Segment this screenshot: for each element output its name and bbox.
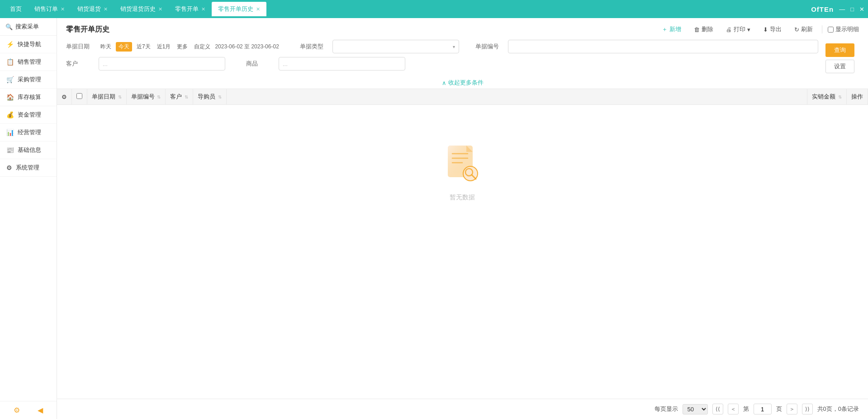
goods-input[interactable]: ... [279, 57, 405, 71]
table-header: ⚙ 单据日期 ⇅ 单据编号 ⇅ [57, 89, 868, 105]
col-salesperson-sort[interactable]: ⇅ [218, 94, 222, 99]
basic-info-icon: 📰 [6, 146, 14, 154]
query-button[interactable]: 查询 [825, 43, 854, 57]
col-customer-label: 客户 [170, 93, 182, 100]
collapse-row: ∧ 收起更多条件 [66, 77, 859, 89]
display-detail-checkbox-label[interactable]: 显示明细 [828, 25, 859, 33]
toolbar-divider [822, 25, 822, 33]
col-customer-sort[interactable]: ⇅ [185, 94, 188, 99]
tab-sales-return-history-label: 销货退货历史 [120, 5, 156, 13]
prev-page-btn[interactable]: ＜ [728, 404, 739, 414]
col-checkbox[interactable] [72, 89, 87, 105]
col-customer: 客户 ⇅ [166, 89, 193, 105]
tab-sales-return[interactable]: 销货退货 ✕ [71, 2, 114, 16]
col-gear[interactable]: ⚙ [57, 89, 72, 105]
export-button[interactable]: ⬇ 导出 [759, 24, 785, 35]
sidebar-item-finance[interactable]: 💰 资金管理 [0, 106, 57, 124]
window-close[interactable]: ✕ [859, 6, 864, 13]
tab-sales-return-close[interactable]: ✕ [104, 6, 108, 12]
tab-home[interactable]: 首页 [4, 2, 28, 16]
col-number-label: 单据编号 [131, 93, 155, 100]
date-btn-yesterday[interactable]: 昨天 [99, 42, 113, 52]
date-btn-today[interactable]: 今天 [116, 42, 132, 52]
content-area: 零售开单历史 ＋ 新增 🗑 删除 🖨 打印 ▾ [57, 18, 868, 419]
sales-mgmt-icon: 📋 [6, 58, 14, 66]
delete-button[interactable]: 🗑 删除 [690, 24, 717, 35]
page-suffix-label: 页 [776, 405, 782, 413]
print-button[interactable]: 🖨 打印 ▾ [722, 24, 754, 35]
tab-retail-open-label: 零售开单 [175, 5, 199, 13]
sidebar: 🔍 搜索采单 ⚡ 快捷导航 📋 销售管理 🛒 采购管理 🏠 库存核算 💰 资金管… [0, 18, 57, 419]
tab-retail-open-history-close[interactable]: ✕ [256, 6, 260, 12]
add-icon: ＋ [662, 25, 668, 33]
add-label: 新增 [669, 25, 681, 33]
empty-text: 暂无数据 [450, 193, 475, 202]
sidebar-item-operations[interactable]: 📊 经营管理 [0, 124, 57, 141]
tab-sales-return-label: 销货退货 [77, 5, 101, 13]
type-filter-label: 单据类型 [300, 42, 325, 51]
empty-cell: 暂无数据 [57, 105, 868, 238]
tab-sales-order-close[interactable]: ✕ [61, 6, 65, 12]
tab-retail-open[interactable]: 零售开单 ✕ [169, 2, 212, 16]
sidebar-collapse-btn[interactable]: ◀ [38, 406, 43, 414]
tab-sales-return-history[interactable]: 销货退货历史 ✕ [114, 2, 169, 16]
brand-text: OfTEn [811, 5, 834, 13]
sidebar-item-quick-nav[interactable]: ⚡ 快捷导航 [0, 36, 57, 53]
page-title: 零售开单历史 [66, 25, 109, 34]
col-number-sort[interactable]: ⇅ [157, 94, 161, 99]
main-layout: 🔍 搜索采单 ⚡ 快捷导航 📋 销售管理 🛒 采购管理 🏠 库存核算 💰 资金管… [0, 18, 868, 419]
sidebar-item-basic-info[interactable]: 📰 基础信息 [0, 141, 57, 159]
per-page-select[interactable]: 50 100 200 [683, 404, 708, 414]
tab-retail-open-close[interactable]: ✕ [201, 6, 205, 12]
col-amount-sort[interactable]: ⇅ [838, 94, 842, 99]
query-set-group: 查询 设置 [818, 40, 859, 77]
sidebar-item-inventory[interactable]: 🏠 库存核算 [0, 89, 57, 106]
sidebar-item-purchase-mgmt-label: 采购管理 [18, 75, 41, 84]
first-page-btn[interactable]: ⟨⟨ [712, 404, 723, 414]
window-minimize[interactable]: — [839, 6, 845, 13]
toolbar: ＋ 新增 🗑 删除 🖨 打印 ▾ ⬇ 导出 [658, 24, 859, 35]
sidebar-item-system-label: 系统管理 [16, 164, 39, 172]
data-table: ⚙ 单据日期 ⇅ 单据编号 ⇅ [57, 89, 868, 238]
page-input[interactable] [754, 404, 772, 414]
next-page-btn[interactable]: ＞ [787, 404, 797, 414]
sidebar-item-operations-label: 经营管理 [18, 128, 41, 137]
sidebar-item-system[interactable]: ⚙ 系统管理 [0, 159, 57, 177]
add-button[interactable]: ＋ 新增 [658, 24, 685, 35]
window-maximize[interactable]: □ [850, 6, 854, 13]
set-button[interactable]: 设置 [825, 60, 854, 73]
display-detail-checkbox[interactable] [828, 27, 834, 33]
operations-icon: 📊 [6, 129, 14, 136]
tab-sales-return-history-close[interactable]: ✕ [158, 6, 162, 12]
col-date-label: 单据日期 [92, 93, 115, 100]
refresh-button[interactable]: ↻ 刷新 [791, 24, 816, 35]
col-date-sort[interactable]: ⇅ [118, 94, 122, 99]
sidebar-item-sales-mgmt[interactable]: 📋 销售管理 [0, 53, 57, 71]
col-action-label: 操作 [851, 93, 863, 100]
customer-dots: ... [103, 61, 108, 67]
gear-icon[interactable]: ⚙ [62, 94, 67, 100]
date-btn-7days[interactable]: 近7天 [135, 42, 152, 52]
sidebar-settings-btn[interactable]: ⚙ [14, 406, 20, 414]
sidebar-bottom: ⚙ ◀ [0, 401, 57, 419]
number-input[interactable] [508, 40, 818, 53]
tab-sales-order[interactable]: 销售订单 ✕ [28, 2, 71, 16]
type-select[interactable]: ▾ [332, 40, 459, 53]
sidebar-search-label: 搜索采单 [15, 23, 39, 31]
last-page-btn[interactable]: ⟩⟩ [802, 404, 813, 414]
sidebar-item-purchase-mgmt[interactable]: 🛒 采购管理 [0, 71, 57, 89]
customer-input[interactable]: ... [99, 57, 225, 71]
date-btn-custom[interactable]: 自定义 [192, 42, 212, 52]
tab-retail-open-history[interactable]: 零售开单历史 ✕ [212, 2, 266, 16]
date-btn-more[interactable]: 更多 [175, 42, 190, 52]
col-date: 单据日期 ⇅ [87, 89, 127, 105]
date-filter: 昨天 今天 近7天 近1月 更多 自定义 2023-06-02 至 2023-0… [99, 42, 279, 52]
filter-fields: 单据日期 昨天 今天 近7天 近1月 更多 自定义 2023-06-02 至 2… [66, 40, 818, 77]
goods-dots: ... [283, 61, 288, 67]
finance-icon: 💰 [6, 111, 14, 118]
select-all-checkbox[interactable] [76, 93, 82, 99]
date-btn-1month[interactable]: 近1月 [155, 42, 173, 52]
print-label: 打印 [734, 25, 745, 33]
sidebar-search[interactable]: 🔍 搜索采单 [0, 18, 57, 36]
collapse-button[interactable]: ∧ 收起更多条件 [442, 79, 484, 87]
